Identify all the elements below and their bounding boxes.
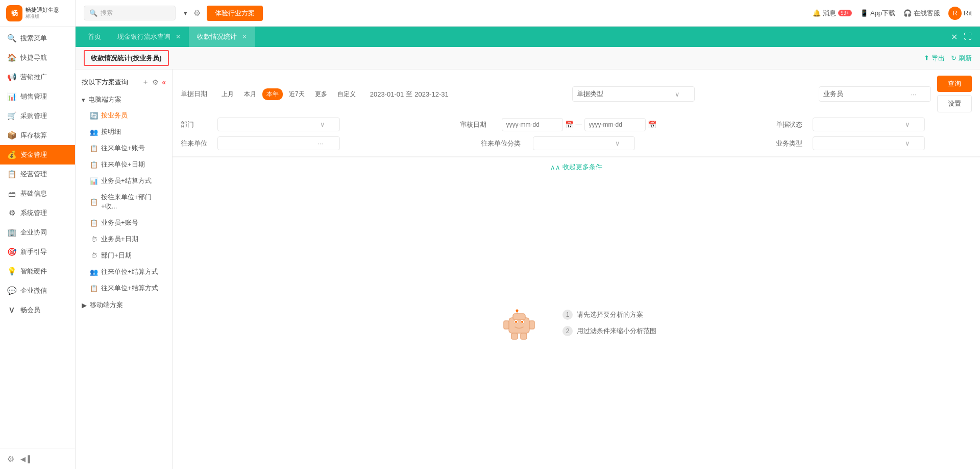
gear-icon[interactable]: ⚙ bbox=[193, 8, 201, 18]
sidebar-item-newbie[interactable]: 🎯 新手引导 bbox=[0, 242, 75, 262]
query-button[interactable]: 查询 bbox=[937, 76, 972, 92]
calendar-to-icon[interactable]: 📅 bbox=[648, 121, 656, 129]
scheme-item-dept-date[interactable]: ⏱ 部门+日期 bbox=[76, 247, 172, 264]
add-scheme-icon[interactable]: ＋ bbox=[142, 78, 149, 87]
scheme-item-by-detail[interactable]: 👥 按明细 bbox=[76, 124, 172, 140]
date-tab-custom[interactable]: 自定义 bbox=[333, 88, 360, 100]
sidebar-logo: 畅 畅捷通好生意 标准版 bbox=[0, 0, 75, 27]
unit-select[interactable]: ··· bbox=[217, 136, 340, 150]
scheme-item-unit-dept-collection[interactable]: 📋 按往来单位+部门+收... bbox=[76, 189, 172, 215]
hint-num-2: 2 bbox=[562, 326, 573, 336]
doc-type-select[interactable]: 单据类型 ∨ bbox=[572, 86, 695, 102]
settings-button[interactable]: 设置 bbox=[937, 95, 972, 112]
sidebar-item-quick-nav[interactable]: 🏠 快捷导航 bbox=[0, 48, 75, 67]
tab-close-bank-flow[interactable]: ✕ bbox=[176, 33, 181, 40]
scheme-item-unit-settlement2[interactable]: 📋 往来单位+结算方式 bbox=[76, 280, 172, 296]
marketing-icon: 📢 bbox=[7, 73, 16, 82]
result-hint: 1 请先选择要分析的方案 2 用过滤条件来缩小分析范围 bbox=[562, 310, 656, 336]
topbar-dropdown[interactable]: ▾ bbox=[184, 9, 187, 17]
calendar-from-icon[interactable]: 📅 bbox=[565, 121, 574, 129]
tab-close-collection-stat[interactable]: ✕ bbox=[242, 33, 247, 40]
scheme-item-salesperson-settlement[interactable]: 📊 业务员+结算方式 bbox=[76, 173, 172, 189]
scheme-group-mobile-title[interactable]: ▶ 移动端方案 bbox=[76, 297, 172, 313]
online-service-btn[interactable]: 🎧 在线客服 bbox=[903, 9, 940, 18]
sidebar-item-system[interactable]: ⚙ 系统管理 bbox=[0, 203, 75, 223]
close-window-icon[interactable]: ✕ bbox=[951, 32, 958, 42]
finance-icon: 💰 bbox=[7, 150, 16, 159]
chevron-down-icon: ∨ bbox=[320, 121, 325, 128]
topbar: 🔍 搜索 ▾ ⚙ 体验行业方案 🔔 消息 99+ 📱 App下载 🎧 在线客服 … bbox=[76, 0, 980, 27]
date-tab-more[interactable]: 更多 bbox=[311, 88, 331, 100]
review-date-label: 审核日期 bbox=[460, 120, 496, 129]
date-tab-7days[interactable]: 近7天 bbox=[285, 88, 309, 100]
doc-status-label: 单据状态 bbox=[776, 120, 806, 129]
scheme-item-salesperson-account[interactable]: 📋 业务员+账号 bbox=[76, 215, 172, 231]
date-from: 2023-01-01 bbox=[370, 90, 404, 98]
notification-btn[interactable]: 🔔 消息 99+ bbox=[813, 9, 852, 18]
unit-category-select[interactable]: ∨ bbox=[533, 136, 635, 150]
app-download-btn[interactable]: 📱 App下载 bbox=[860, 9, 895, 18]
settings-scheme-icon[interactable]: ⚙ bbox=[152, 78, 159, 86]
unit-settlement1-icon: 👥 bbox=[90, 268, 98, 276]
date-tab-this-month[interactable]: 本月 bbox=[240, 88, 260, 100]
scheme-item-unit-account[interactable]: 📋 往来单位+账号 bbox=[76, 140, 172, 156]
sidebar-item-finance[interactable]: 💰 资金管理 bbox=[0, 145, 75, 165]
filter-row-2: 部门 ∨ 审核日期 📅 — 📅 单据状态 bbox=[181, 118, 972, 131]
sidebar-item-smart-hw[interactable]: 💡 智能硬件 bbox=[0, 262, 75, 281]
sidebar-item-label: 采购管理 bbox=[20, 111, 47, 121]
biz-type-select[interactable]: ∨ bbox=[813, 136, 925, 150]
unit-settlement2-icon: 📋 bbox=[90, 285, 98, 292]
sidebar-item-marketing[interactable]: 📢 营销推广 bbox=[0, 67, 75, 87]
date-tab-last-month[interactable]: 上月 bbox=[217, 88, 238, 100]
svg-point-5 bbox=[515, 321, 517, 323]
notification-badge: 99+ bbox=[838, 10, 852, 16]
refresh-button[interactable]: ↻ 刷新 bbox=[951, 54, 972, 63]
date-range: 2023-01-01 至 2023-12-31 bbox=[370, 89, 449, 99]
user-avatar[interactable]: R Rit bbox=[948, 7, 972, 20]
dept-select[interactable]: ∨ bbox=[217, 118, 340, 131]
date-label: 单据日期 bbox=[181, 89, 211, 99]
scheme-item-unit-settlement1[interactable]: 👥 往来单位+结算方式 bbox=[76, 264, 172, 280]
settings-icon[interactable]: ⚙ bbox=[7, 454, 14, 464]
export-button[interactable]: ⬆ 导出 bbox=[924, 54, 945, 63]
scheme-item-unit-date[interactable]: 📋 往来单位+日期 bbox=[76, 156, 172, 173]
review-date-to-input[interactable] bbox=[584, 118, 646, 131]
date-tabs: 上月 本月 本年 近7天 更多 自定义 bbox=[217, 88, 360, 100]
collapse-sidebar-btn[interactable]: ◀▐ bbox=[20, 455, 30, 463]
svg-rect-2 bbox=[513, 314, 525, 320]
collapse-more-conditions-bar[interactable]: ∧∧ 收起更多条件 bbox=[173, 157, 980, 177]
maximize-icon[interactable]: ⛶ bbox=[964, 32, 972, 41]
scheme-item-by-salesperson[interactable]: 🔄 按业务员 bbox=[76, 107, 172, 124]
sidebar-item-sales[interactable]: 📊 销售管理 bbox=[0, 87, 75, 106]
sidebar-item-inventory[interactable]: 📦 库存核算 bbox=[0, 126, 75, 145]
more-dots-icon: ··· bbox=[317, 139, 323, 147]
sidebar-item-enterprise[interactable]: 🏢 企业协同 bbox=[0, 223, 75, 242]
operations-icon: 📋 bbox=[7, 170, 16, 179]
newbie-icon: 🎯 bbox=[7, 247, 16, 256]
sidebar-item-label: 经营管理 bbox=[20, 170, 47, 179]
page-title: 收款情况统计(按业务员) bbox=[84, 50, 169, 66]
tab-home[interactable]: 首页 bbox=[80, 27, 109, 47]
review-date-from-input[interactable] bbox=[502, 118, 563, 131]
salesperson-select[interactable]: 业务员 ··· bbox=[819, 86, 931, 102]
topbar-search[interactable]: 🔍 搜索 bbox=[84, 6, 176, 20]
sidebar-item-member[interactable]: V 畅会员 bbox=[0, 300, 75, 320]
wechat-icon: 💬 bbox=[7, 286, 16, 295]
notification-icon: 🔔 bbox=[813, 9, 821, 17]
sidebar-item-operations[interactable]: 📋 经营管理 bbox=[0, 165, 75, 184]
salesperson-date-icon: ⏱ bbox=[90, 236, 98, 243]
tab-bank-flow[interactable]: 现金银行流水查询 ✕ bbox=[109, 27, 189, 47]
scheme-item-salesperson-date[interactable]: ⏱ 业务员+日期 bbox=[76, 231, 172, 247]
sidebar-item-wechat[interactable]: 💬 企业微信 bbox=[0, 281, 75, 300]
tab-collection-stat[interactable]: 收款情况统计 ✕ bbox=[189, 27, 255, 47]
sidebar-item-basic-info[interactable]: 🗃 基础信息 bbox=[0, 184, 75, 203]
doc-status-select[interactable]: ∨ bbox=[813, 118, 925, 131]
sidebar-item-search-menu[interactable]: 🔍 搜索菜单 bbox=[0, 29, 75, 48]
date-tab-this-year[interactable]: 本年 bbox=[262, 88, 283, 100]
collapse-scheme-icon[interactable]: « bbox=[162, 78, 166, 86]
scheme-group-desktop-title[interactable]: ▾ 电脑端方案 bbox=[76, 92, 172, 107]
page-header: 收款情况统计(按业务员) ⬆ 导出 ↻ 刷新 bbox=[76, 47, 980, 69]
hint-item-1: 1 请先选择要分析的方案 bbox=[562, 310, 656, 320]
try-solution-button[interactable]: 体验行业方案 bbox=[207, 6, 263, 21]
sidebar-item-purchase[interactable]: 🛒 采购管理 bbox=[0, 106, 75, 126]
